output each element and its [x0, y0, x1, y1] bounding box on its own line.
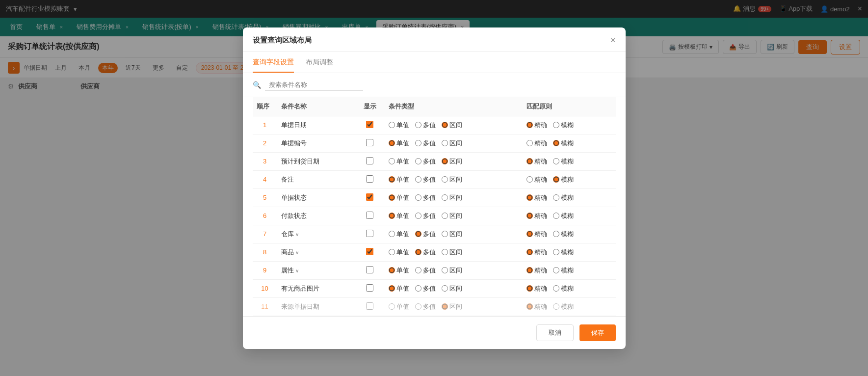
dialog-close-button[interactable]: × [610, 35, 616, 46]
dialog-tab-fields[interactable]: 查询字段设置 [253, 58, 294, 73]
dialog-search: 🔍 [243, 73, 626, 96]
dialog-tabs: 查询字段设置 布局调整 [243, 52, 626, 73]
dialog: 设置查询区域布局 × 查询字段设置 布局调整 🔍 顺序 条件名称 显示 条件类型 [243, 27, 626, 96]
dialog-title: 设置查询区域布局 [253, 36, 312, 45]
dialog-tab-layout[interactable]: 布局调整 [306, 58, 333, 73]
dialog-header: 设置查询区域布局 × [243, 27, 626, 52]
search-icon: 🔍 [253, 81, 261, 89]
search-input[interactable] [265, 79, 363, 91]
overlay: 设置查询区域布局 × 查询字段设置 布局调整 🔍 顺序 条件名称 显示 条件类型 [0, 0, 868, 95]
